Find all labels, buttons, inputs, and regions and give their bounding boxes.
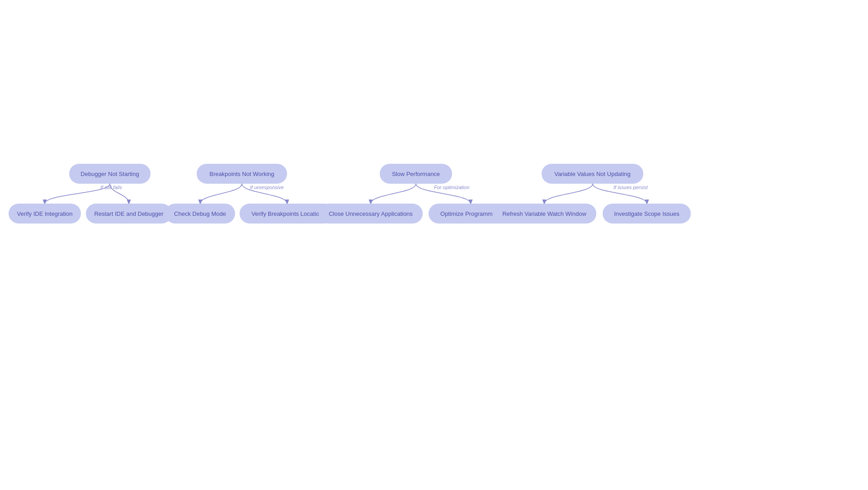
node-investigate-scope[interactable]: Investigate Scope Issues	[603, 204, 691, 224]
node-slow-performance[interactable]: Slow Performance	[380, 164, 452, 184]
node-restart-ide[interactable]: Restart IDE and Debugger	[86, 204, 172, 224]
edge-label-still-fails: If still fails	[100, 185, 122, 190]
edge-label-issues-persist: If issues persist	[613, 185, 648, 190]
edge-label-optimization: For optimization	[434, 185, 469, 190]
node-refresh-variable[interactable]: Refresh Variable Watch Window	[492, 204, 596, 224]
node-breakpoints-not-working[interactable]: Breakpoints Not Working	[197, 164, 287, 184]
node-check-debug-mode[interactable]: Check Debug Mode	[165, 204, 235, 224]
edge-label-unresponsive: If unresponsive	[250, 185, 284, 190]
diagram-container: Debugger Not Starting Verify IDE Integra…	[0, 0, 868, 490]
node-debugger-not-starting[interactable]: Debugger Not Starting	[69, 164, 151, 184]
node-close-unnecessary[interactable]: Close Unnecessary Applications	[319, 204, 423, 224]
node-verify-ide[interactable]: Verify IDE Integration	[9, 204, 81, 224]
connections-svg	[0, 0, 868, 490]
node-variable-not-updating[interactable]: Variable Values Not Updating	[542, 164, 643, 184]
